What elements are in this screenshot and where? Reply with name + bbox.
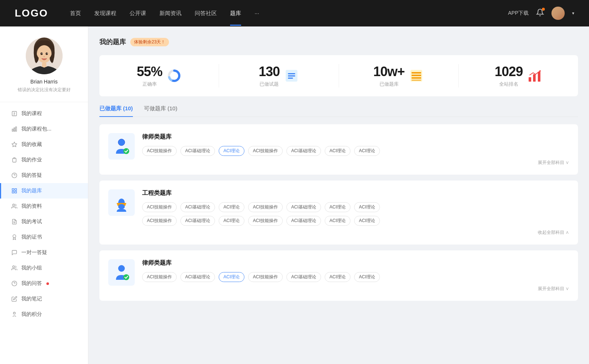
- tag[interactable]: ACI技能操作: [248, 202, 283, 212]
- stat-done-questions-label: 已做试题: [259, 81, 280, 88]
- logo[interactable]: LOGO: [15, 7, 48, 19]
- sidebar-label: 我的积分: [21, 311, 42, 318]
- nav-open-course[interactable]: 公开课: [130, 10, 146, 17]
- tag[interactable]: ACI基础理论: [180, 272, 215, 282]
- tag[interactable]: ACI理论: [354, 272, 380, 282]
- tag-active[interactable]: ACI理论: [219, 146, 244, 156]
- trial-badge: 体验剩余23天！: [130, 38, 169, 46]
- sidebar-label: 我的问答: [21, 280, 42, 287]
- sidebar-label: 我的考试: [21, 218, 42, 225]
- nav-qa[interactable]: 问答社区: [195, 10, 217, 17]
- sidebar-item-my-points[interactable]: 我的积分: [0, 307, 88, 322]
- app-download-button[interactable]: APP下载: [508, 10, 529, 17]
- tab-done-banks[interactable]: 已做题库 (10): [99, 105, 133, 117]
- tab-todo-banks[interactable]: 可做题库 (10): [144, 105, 177, 117]
- qbank-header: 律师类题库 ACI技能操作 ACI基础理论 ACI理论 ACI技能操作 ACI基…: [108, 259, 569, 292]
- tag-active[interactable]: ACI理论: [219, 272, 244, 282]
- sidebar-item-my-cert[interactable]: 我的证书: [0, 229, 88, 245]
- svg-rect-36: [412, 75, 421, 76]
- tag[interactable]: ACI技能操作: [248, 146, 283, 156]
- tag[interactable]: ACI技能操作: [248, 216, 283, 226]
- tag[interactable]: ACI基础理论: [180, 146, 215, 156]
- sidebar-item-my-exam[interactable]: 我的考试: [0, 214, 88, 229]
- sidebar-label: 我的资料: [21, 203, 42, 210]
- nav-home[interactable]: 首页: [70, 10, 81, 17]
- expand-link-2[interactable]: 收起全部科目 ∧: [142, 229, 569, 236]
- navbar: LOGO 首页 发现课程 公开课 新闻资讯 问答社区 题库 ··· APP下载 …: [0, 0, 589, 26]
- qbank-icon-lawyer: [108, 133, 135, 160]
- message-icon: [11, 249, 18, 256]
- nav-discover[interactable]: 发现课程: [94, 10, 116, 17]
- nav-more[interactable]: ···: [254, 10, 259, 17]
- svg-point-49: [118, 265, 125, 272]
- users-icon: [11, 203, 18, 210]
- svg-rect-37: [412, 77, 421, 79]
- star-icon: [11, 141, 18, 148]
- tag[interactable]: ACI基础理论: [286, 202, 321, 212]
- tags-section: 律师类题库 ACI技能操作 ACI基础理论 ACI理论 ACI技能操作 ACI基…: [142, 133, 569, 166]
- tag[interactable]: ACI技能操作: [142, 202, 177, 212]
- sidebar-label: 我的小组: [21, 265, 42, 271]
- tag[interactable]: ACI技能操作: [142, 146, 177, 156]
- tag[interactable]: ACI基础理论: [180, 216, 215, 226]
- user-dropdown-arrow[interactable]: ▾: [572, 11, 574, 16]
- tag[interactable]: ACI基础理论: [286, 146, 321, 156]
- sidebar-item-my-qa[interactable]: 我的答疑: [0, 168, 88, 183]
- stat-rank-value: 1029: [495, 64, 523, 79]
- page-title: 我的题库: [99, 38, 126, 46]
- user-avatar[interactable]: [551, 7, 565, 20]
- sidebar-item-my-course-package[interactable]: 我的课程包...: [0, 121, 88, 137]
- sidebar-item-my-course[interactable]: 我的课程: [0, 106, 88, 121]
- question-circle-icon: [11, 172, 18, 179]
- svg-marker-13: [12, 142, 17, 147]
- expand-link-3[interactable]: 展开全部科目 ∨: [142, 286, 569, 292]
- tag[interactable]: ACI理论: [219, 202, 244, 212]
- svg-rect-14: [14, 158, 15, 159]
- tag[interactable]: ACI基础理论: [180, 202, 215, 212]
- tag[interactable]: ACI理论: [219, 216, 244, 226]
- nav-qbank[interactable]: 题库: [230, 10, 241, 17]
- tag[interactable]: ACI理论: [325, 216, 350, 226]
- sidebar-item-my-questions[interactable]: 我的问答: [0, 276, 88, 291]
- svg-rect-31: [288, 73, 295, 74]
- nav-links: 首页 发现课程 公开课 新闻资讯 问答社区 题库 ···: [70, 10, 508, 17]
- tag[interactable]: ACI理论: [354, 146, 380, 156]
- svg-point-5: [42, 53, 42, 54]
- svg-rect-19: [15, 191, 17, 193]
- notification-bell[interactable]: [536, 8, 544, 18]
- file-icon: [11, 110, 18, 117]
- tag[interactable]: ACI基础理论: [286, 216, 321, 226]
- edit-icon: [11, 296, 18, 302]
- sidebar-label: 一对一答疑: [21, 249, 47, 256]
- svg-point-2: [37, 45, 52, 63]
- svg-rect-39: [529, 77, 531, 82]
- group-icon: [11, 265, 18, 271]
- tag[interactable]: ACI理论: [325, 146, 350, 156]
- clipboard-icon: [11, 157, 18, 163]
- expand-link-1[interactable]: 展开全部科目 ∨: [142, 160, 569, 166]
- tags-section: 工程类题库 ACI技能操作 ACI基础理论 ACI理论 ACI技能操作 ACI基…: [142, 189, 569, 236]
- sidebar-item-my-data[interactable]: 我的资料: [0, 199, 88, 214]
- svg-rect-10: [12, 129, 13, 131]
- sidebar-item-one-on-one[interactable]: 一对一答疑: [0, 245, 88, 260]
- sidebar-item-my-notes[interactable]: 我的笔记: [0, 291, 88, 307]
- tag[interactable]: ACI理论: [354, 202, 380, 212]
- tag[interactable]: ACI理论: [354, 216, 380, 226]
- tag[interactable]: ACI理论: [325, 272, 350, 282]
- profile-name: Brian Harris: [7, 79, 81, 85]
- sidebar-item-my-group[interactable]: 我的小组: [0, 260, 88, 276]
- stat-accuracy: 55% 正确率: [99, 64, 219, 88]
- tag[interactable]: ACI技能操作: [248, 272, 283, 282]
- tag[interactable]: ACI基础理论: [286, 272, 321, 282]
- sidebar-label: 我的课程: [21, 110, 42, 117]
- notification-dot: [542, 8, 545, 11]
- tag[interactable]: ACI技能操作: [142, 272, 177, 282]
- nav-news[interactable]: 新闻资讯: [159, 10, 181, 17]
- sidebar-item-my-qbank[interactable]: 我的题库: [0, 183, 88, 199]
- sidebar-item-my-homework[interactable]: 我的作业: [0, 152, 88, 168]
- tag[interactable]: ACI理论: [325, 202, 350, 212]
- unread-dot: [46, 282, 49, 285]
- tag[interactable]: ACI技能操作: [142, 216, 177, 226]
- stat-accuracy-value: 55%: [137, 64, 162, 79]
- sidebar-item-my-favorites[interactable]: 我的收藏: [0, 137, 88, 152]
